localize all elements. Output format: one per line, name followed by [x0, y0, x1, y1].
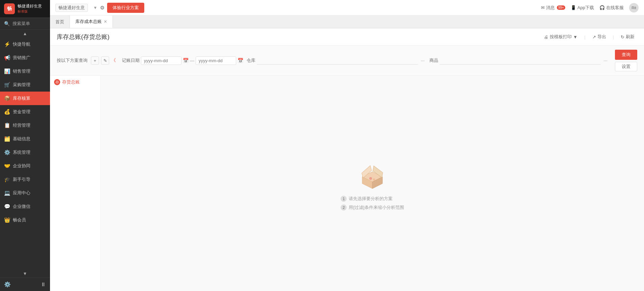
- sidebar-item-purchase[interactable]: 🛒 采购管理: [0, 78, 50, 92]
- tabs-bar: 首页 库存成本总账 ✕: [50, 16, 644, 28]
- message-button[interactable]: ✉ 消息 99+: [541, 5, 565, 11]
- finance-label: 资金管理: [13, 109, 30, 115]
- warehouse-field: 仓库 ···: [247, 56, 426, 65]
- industry-solution-button[interactable]: 体验行业方案: [107, 3, 144, 13]
- goods-field: 商品 ···: [429, 56, 609, 65]
- warehouse-label: 仓库: [247, 57, 255, 64]
- settings-icon[interactable]: ⚙️: [4, 281, 11, 288]
- tab-home[interactable]: 首页: [50, 16, 70, 28]
- app-center-icon: 💻: [4, 190, 10, 196]
- body-area: 存 存货总账: [50, 76, 644, 291]
- warehouse-more-icon[interactable]: ···: [419, 57, 426, 64]
- sidebar-item-sales[interactable]: 📊 销售管理: [0, 65, 50, 78]
- settings-button[interactable]: 设置: [615, 62, 637, 71]
- calendar-end-icon[interactable]: 📅: [238, 58, 243, 63]
- online-service-label: 在线客服: [606, 5, 624, 11]
- dropdown-chevron-icon[interactable]: ▼: [93, 5, 97, 10]
- scroll-down-btn[interactable]: ▼: [0, 270, 50, 277]
- sidebar-item-finance[interactable]: 💰 资金管理: [0, 105, 50, 119]
- sidebar-nav: ⚡ 快捷导航 📢 营销推广 📊 销售管理 🛒 采购管理 📦 库存核算 💰 资金管…: [0, 38, 50, 270]
- print-button[interactable]: 🖨 按模板打印 ▼: [541, 32, 580, 41]
- topbar-gear-icon[interactable]: ⚙: [100, 5, 104, 11]
- tab-close-icon[interactable]: ✕: [104, 19, 107, 24]
- date-end-input[interactable]: [196, 56, 236, 65]
- sales-icon: 📊: [4, 68, 10, 74]
- filter-label: 按以下方案查询: [57, 57, 88, 64]
- search-button[interactable]: 查询: [615, 50, 637, 60]
- management-label: 经营管理: [13, 122, 30, 128]
- date-range-field: 记账日期 📅 — 📅: [122, 56, 243, 65]
- sidebar-item-member[interactable]: 👑 畅会员: [0, 213, 50, 227]
- edit-scheme-button[interactable]: ✎: [101, 56, 109, 65]
- sidebar-item-app-center[interactable]: 💻 应用中心: [0, 186, 50, 200]
- scheme-item-icon: 存: [54, 79, 60, 85]
- tip-text-1: 请先选择要分析的方案: [349, 196, 393, 202]
- cooperation-label: 企业协同: [13, 163, 30, 169]
- topbar: 畅捷通好生意 ▼ ⚙ 体验行业方案 ✉ 消息 99+ 📱 App下载 🎧 在线客…: [50, 0, 644, 16]
- empty-tips: 1 请先选择要分析的方案 2 用[过滤]条件来缩小分析范围: [341, 196, 404, 211]
- tip-num-1: 1: [341, 196, 347, 202]
- empty-illustration: [355, 156, 389, 190]
- topbar-brand: 畅捷通好生意: [55, 4, 88, 12]
- refresh-icon: ↻: [621, 34, 624, 40]
- sidebar-item-marketing[interactable]: 📢 营销推广: [0, 51, 50, 65]
- scheme-panel: 存 存货总账: [50, 76, 101, 291]
- sidebar-item-basic-info[interactable]: 🗂️ 基础信息: [0, 132, 50, 146]
- collapse-icon[interactable]: ⏸: [41, 282, 46, 288]
- sidebar-item-enterprise-wechat[interactable]: 💬 企业微信: [0, 200, 50, 213]
- sidebar-item-system[interactable]: ⚙️ 系统管理: [0, 146, 50, 159]
- message-label: 消息: [546, 5, 555, 11]
- member-label: 畅会员: [13, 217, 26, 223]
- system-label: 系统管理: [13, 149, 30, 155]
- logo-area: 畅 畅捷通好生意 标准版: [0, 0, 50, 18]
- app-download-icon: 📱: [571, 5, 576, 10]
- sidebar-item-beginner[interactable]: 🎓 新手引导: [0, 173, 50, 186]
- refresh-button[interactable]: ↻ 刷新: [618, 32, 637, 41]
- date-label: 记账日期: [122, 57, 140, 64]
- content-area: 库存总账(存货总账) 🖨 按模板打印 ▼ | ↗ 导出 | ↻ 刷新: [50, 28, 644, 291]
- warehouse-input[interactable]: [257, 56, 418, 65]
- search-menu-label: 搜索菜单: [13, 21, 30, 27]
- date-start-input[interactable]: [141, 56, 181, 65]
- basic-info-icon: 🗂️: [4, 136, 10, 142]
- quick-nav-label: 快捷导航: [13, 41, 30, 47]
- tip-text-2: 用[过滤]条件来缩小分析范围: [349, 204, 404, 211]
- goods-more-icon[interactable]: ···: [602, 57, 609, 64]
- logo-text-area: 畅捷通好生意 标准版: [18, 4, 42, 14]
- purchase-label: 采购管理: [13, 82, 30, 88]
- scroll-up-btn[interactable]: ▲: [0, 30, 50, 38]
- user-profile[interactable]: Rit: [629, 3, 639, 13]
- search-icon: 🔍: [4, 21, 10, 26]
- marketing-label: 营销推广: [13, 55, 30, 61]
- scheme-item-inventory[interactable]: 存 存货总账: [50, 76, 100, 89]
- add-scheme-button[interactable]: +: [91, 56, 99, 65]
- sidebar-item-management[interactable]: 📋 经营管理: [0, 119, 50, 132]
- online-service-button[interactable]: 🎧 在线客服: [599, 5, 624, 11]
- app-name: 畅捷通好生意: [18, 4, 42, 9]
- app-download-label: App下载: [577, 5, 594, 11]
- sidebar-item-quick-nav[interactable]: ⚡ 快捷导航: [0, 38, 50, 51]
- sidebar: 畅 畅捷通好生意 标准版 🔍 搜索菜单 ▲ ⚡ 快捷导航 📢 营销推广 📊 销售…: [0, 0, 50, 291]
- app-subtitle: 标准版: [18, 9, 42, 14]
- export-button[interactable]: ↗ 导出: [590, 32, 609, 41]
- print-dropdown-icon[interactable]: ▼: [573, 34, 577, 40]
- enterprise-wechat-label: 企业微信: [13, 203, 30, 210]
- refresh-label: 刷新: [626, 34, 635, 40]
- avatar: Rit: [629, 3, 639, 13]
- tab-inventory-cost[interactable]: 库存成本总账 ✕: [70, 16, 113, 28]
- collapse-filter-icon[interactable]: 《: [111, 57, 116, 64]
- goods-label: 商品: [429, 57, 438, 64]
- basic-info-label: 基础信息: [13, 136, 30, 142]
- main-area: 畅捷通好生意 ▼ ⚙ 体验行业方案 ✉ 消息 99+ 📱 App下载 🎧 在线客…: [50, 0, 644, 291]
- beginner-label: 新手引导: [13, 176, 30, 183]
- content-header: 库存总账(存货总账) 🖨 按模板打印 ▼ | ↗ 导出 | ↻ 刷新: [50, 28, 644, 46]
- sidebar-item-inventory[interactable]: 📦 库存核算: [0, 92, 50, 105]
- goods-input[interactable]: [440, 56, 601, 65]
- calendar-start-icon[interactable]: 📅: [183, 58, 189, 63]
- sidebar-item-cooperation[interactable]: 🤝 企业协同: [0, 159, 50, 173]
- cooperation-icon: 🤝: [4, 163, 10, 169]
- sidebar-search[interactable]: 🔍 搜索菜单: [0, 18, 50, 30]
- inventory-icon: 📦: [4, 95, 10, 101]
- app-download-button[interactable]: 📱 App下载: [571, 5, 594, 11]
- tip-num-2: 2: [341, 204, 347, 211]
